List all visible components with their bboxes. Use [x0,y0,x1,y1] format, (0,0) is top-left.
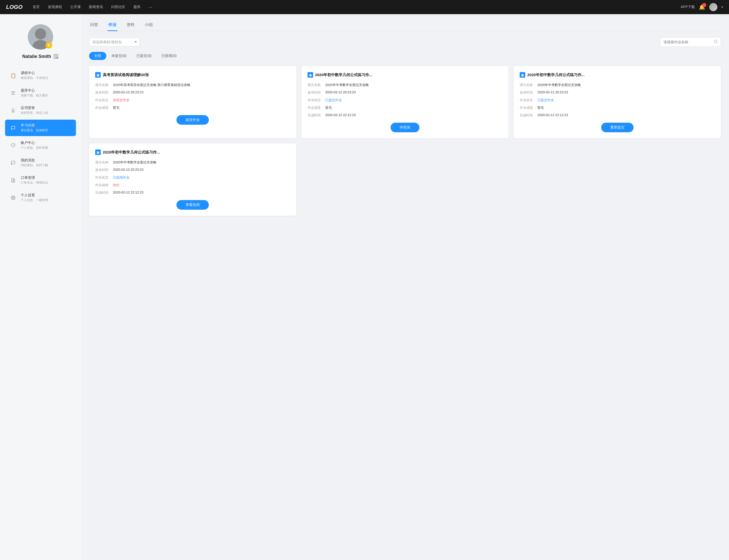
hw-label-time-1: 发布时间 [95,90,113,95]
svg-point-7 [12,109,14,111]
hw-value-course-3: 2020年中考数学全面过关攻略 [537,83,715,87]
sidebar-item-certificate[interactable]: 证书荣誉 收获荣誉、持证上岗 [5,102,76,119]
sidebar-item-question-bank[interactable]: ☰ 题库中心 海量习题、助力通关 [5,85,76,101]
sidebar-item-qa[interactable]: 学习问答● 课后重温、疑难解答 [5,120,76,136]
hw-value-complete-4: 2020-02-12 22:12:23 [113,190,290,195]
sidebar-item-messages[interactable]: 我的消息 消息通知、及时了解 [5,155,76,171]
hw-label-status-4: 作业状态 [95,175,113,180]
avatar[interactable] [709,3,717,11]
search-box [660,37,721,47]
svg-rect-0 [54,54,55,56]
svg-line-12 [717,42,717,43]
hw-card-2-footer: 待批阅 [307,123,503,132]
username-text: Natalie Smith [22,54,51,59]
header: LOGO 首页 发现课程 公开课 新闻资讯 问答社区 题库 ··· APP下载 … [0,0,729,14]
hw-label-complete-4: 完成时间 [95,190,113,195]
hw-label-score-2: 作业成绩 [307,105,325,110]
nav-qa[interactable]: 问答社区 [111,5,125,9]
hw-review-button-4[interactable]: 查看批阅 [176,200,209,210]
hw-row-time-3: 发布时间 2020-02-12 20:23:23 [520,90,715,95]
shield-icon-4: ▣ [95,149,101,155]
hw-value-time-3: 2020-02-12 20:23:23 [537,90,715,95]
tab-group[interactable]: 小组 [144,20,154,31]
app-download-button[interactable]: APP下载 [681,5,695,9]
status-tab-reviewed[interactable]: 已批阅(4) [156,52,181,60]
account-icon [9,141,17,149]
hw-row-course-3: 课次名称 2020年中考数学全面过关攻略 [520,83,715,87]
hw-card-2-header: ▣ 2020年初中数学几何公式练习作... [307,72,503,78]
hw-value-course-2: 2020年中考数学全面过关攻略 [325,83,503,87]
search-input[interactable] [660,38,711,46]
svg-rect-5 [56,58,57,59]
orders-icon [9,176,17,184]
hw-row-course-4: 课次名称 2020年中考数学全面过关攻略 [95,160,290,165]
notification-bell[interactable]: 🔔 [699,4,705,10]
homework-grid: ▣ 高考英语试卷阅读理解30张 课次名称 2020年高考英语全面过关攻略-第六期… [89,66,721,216]
certificate-icon [9,106,17,115]
page-wrapper: V Natalie Smith 📋 课程中心 精彩课程、不容错过 ☰ [0,14,729,560]
hw-value-status-3: 已提交作业 [537,98,715,102]
hw-row-time-2: 发布时间 2020-02-12 20:23:23 [307,90,503,95]
vip-badge: V [46,42,52,49]
hw-label-status-3: 作业状态 [520,98,537,102]
hw-row-time-1: 发布时间 2020-02-12 20:23:23 [95,90,290,95]
sidebar: V Natalie Smith 📋 课程中心 精彩课程、不容错过 ☰ [0,14,81,560]
hw-row-complete-2: 完成时间 2020-02-12 22:12:23 [307,113,503,118]
hw-value-status-1: 未提交作业 [113,98,290,102]
svg-rect-6 [57,58,58,59]
filter-left: 请选择课程/课程包 [89,38,140,46]
hw-card-3-footer: 重新提交 [520,123,715,132]
qr-icon[interactable] [53,54,59,59]
sidebar-item-settings[interactable]: 个人设置 个人信息、一键管理 [5,189,76,206]
hw-row-course-2: 课次名称 2020年中考数学全面过关攻略 [307,83,503,87]
sidebar-item-course-center-title: 课程中心 [21,71,72,75]
sidebar-item-account[interactable]: 账户中心 个人权益、实时掌握 [5,137,76,154]
hw-row-time-4: 发布时间 2020-02-12 20:23:23 [95,168,290,172]
svg-point-10 [13,197,14,198]
header-right: APP下载 🔔 ▾ [681,3,723,11]
tab-homework[interactable]: 作业 [107,20,117,31]
sidebar-item-orders[interactable]: 订单管理 订单支出、明明白白 [5,172,76,188]
sidebar-item-settings-title: 个人设置 [21,193,72,198]
avatar-dropdown-arrow[interactable]: ▾ [721,5,723,9]
main-content: 问答 作业 资料 小组 请选择课程/课程包 全部 [81,14,729,560]
hw-resubmit-button-3[interactable]: 重新提交 [601,123,634,132]
course-select[interactable]: 请选择课程/课程包 [89,38,140,46]
hw-card-4-header: ▣ 2020年初中数学几何公式练习作... [95,149,290,155]
hw-label-score-4: 作业成绩 [95,183,113,187]
nav-news[interactable]: 新闻资讯 [89,5,103,9]
sidebar-item-course-center[interactable]: 📋 课程中心 精彩课程、不容错过 [5,67,76,84]
hw-row-course-1: 课次名称 2020年高考英语全面过关攻略-第六期零基础语法攻略 [95,83,290,87]
nav-discover[interactable]: 发现课程 [48,5,62,9]
hw-value-course-1: 2020年高考英语全面过关攻略-第六期零基础语法攻略 [113,83,290,87]
avatar-image [709,3,717,11]
logo[interactable]: LOGO [6,4,23,10]
sidebar-item-settings-sub: 个人信息、一键管理 [21,198,72,202]
hw-value-course-4: 2020年中考数学全面过关攻略 [113,160,290,165]
sidebar-menu: 📋 课程中心 精彩课程、不容错过 ☰ 题库中心 海量习题、助力通关 证书荣 [5,67,76,207]
hw-submit-button-1[interactable]: 提交作业 [176,115,209,125]
nav-more[interactable]: ··· [149,5,152,10]
settings-icon [9,194,17,202]
hw-row-status-1: 作业状态 未提交作业 [95,98,290,102]
sidebar-username: Natalie Smith [22,54,59,59]
status-tab-all[interactable]: 全部 [89,52,106,60]
tab-materials[interactable]: 资料 [125,20,136,31]
hw-row-complete-4: 完成时间 2020-02-12 22:12:23 [95,190,290,195]
sidebar-item-course-center-sub: 精彩课程、不容错过 [21,76,72,80]
hw-label-course-4: 课次名称 [95,160,113,165]
hw-value-time-2: 2020-02-12 20:23:23 [325,90,503,95]
sidebar-item-account-title: 账户中心 [21,141,72,145]
tab-qa[interactable]: 问答 [89,20,99,31]
status-tab-submitted[interactable]: 已提交(4) [131,52,156,60]
course-center-icon: 📋 [9,72,17,80]
nav-home[interactable]: 首页 [33,5,40,9]
question-bank-icon: ☰ [9,89,17,97]
nav-open-course[interactable]: 公开课 [70,5,81,9]
hw-card-3-header: ▣ 2020年初中数学几何公式练习作... [520,72,715,78]
status-tab-unsubmit[interactable]: 未提交(4) [106,52,131,60]
hw-pending-button-2[interactable]: 待批阅 [391,123,420,132]
search-button[interactable] [711,37,721,47]
sidebar-item-messages-title: 我的消息 [21,158,72,163]
nav-question-bank[interactable]: 题库 [133,5,140,9]
